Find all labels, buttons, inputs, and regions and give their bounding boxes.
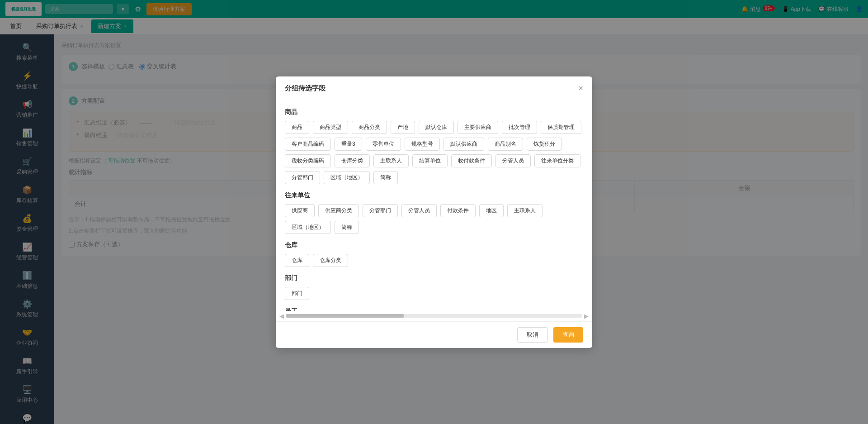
field-tag-refine-points[interactable]: 炼货积分 [527,138,562,151]
field-tag-goods-category[interactable]: 商品分类 [352,121,387,134]
field-tag-settlement-unit[interactable]: 结算单位 [412,154,448,167]
confirm-button[interactable]: 查询 [553,327,583,343]
section-title-dept: 部门 [285,274,583,282]
modal-body[interactable]: 商品 商品 商品类型 商品分类 产地 默认仓库 主要供应商 批次管理 保质期管理… [276,99,592,311]
field-tag-origin[interactable]: 产地 [391,121,415,134]
scroll-track [286,314,582,318]
field-tags-dept: 部门 [285,287,583,300]
scroll-left-arrow[interactable]: ◀ [279,313,284,319]
field-tag-dept[interactable]: 部门 [285,287,309,300]
field-tag-district[interactable]: 地区 [479,204,504,217]
field-tag-customer-code[interactable]: 客户商品编码 [285,138,331,151]
field-tag-tax-code[interactable]: 税收分类编码 [285,154,331,167]
field-tag-warehouse-category[interactable]: 仓库分类 [335,154,370,167]
modal-footer: 取消 查询 [276,321,592,348]
field-tag-dept-partner[interactable]: 分管部门 [363,204,398,217]
field-tag-retail-unit[interactable]: 零售单位 [366,138,401,151]
field-tag-batch-mgmt[interactable]: 批次管理 [502,121,537,134]
scroll-right-arrow[interactable]: ▶ [584,313,589,319]
field-tag-supervisor-partner[interactable]: 分管人员 [401,204,437,217]
field-tag-warehouse[interactable]: 仓库 [285,254,309,267]
modal-close-button[interactable]: × [578,84,583,93]
field-tags-warehouse: 仓库 仓库分类 [285,254,583,267]
field-tag-main-supplier[interactable]: 主要供应商 [458,121,498,134]
field-tag-region-partner[interactable]: 区域（地区） [285,221,331,234]
section-title-partner: 往来单位 [285,191,583,200]
field-tag-payment-cond[interactable]: 付款条件 [440,204,476,217]
field-tag-dept-mgmt[interactable]: 分管部门 [285,171,320,184]
field-tag-default-warehouse[interactable]: 默认仓库 [419,121,454,134]
field-tag-goods-type[interactable]: 商品类型 [313,121,348,134]
horizontal-scrollbar[interactable]: ◀ ▶ [276,311,592,321]
modal: 分组待选字段 × 商品 商品 商品类型 商品分类 产地 默认仓库 主要供应商 批… [276,76,592,348]
field-tag-goods[interactable]: 商品 [285,121,309,134]
field-tag-partner-category[interactable]: 往来单位分类 [534,154,580,167]
field-tag-supplier-category[interactable]: 供应商分类 [318,204,359,217]
field-tag-abbr-partner[interactable]: 简称 [335,221,359,234]
field-tag-goods-alias[interactable]: 商品别名 [488,138,523,151]
field-tag-payment-terms[interactable]: 收付款条件 [451,154,492,167]
cancel-button[interactable]: 取消 [517,327,548,343]
main-layout: 🔍 搜索菜单 ⚡ 快捷导航 📢 营销推广 📊 销售管理 🛒 采购管理 📦 库存核… [0,34,868,424]
field-tag-weight3[interactable]: 重量3 [335,138,362,151]
field-tag-supervisor[interactable]: 分管人员 [495,154,531,167]
field-tag-abbr-goods[interactable]: 简称 [373,171,398,184]
section-title-employee: 员工 [285,307,583,311]
field-tag-supplier[interactable]: 供应商 [285,204,315,217]
modal-title: 分组待选字段 [285,84,326,93]
section-title-goods: 商品 [285,108,583,116]
field-tag-spec-model[interactable]: 规格型号 [405,138,440,151]
field-tag-warehouse-type[interactable]: 仓库分类 [313,254,348,267]
field-tags-partner: 供应商 供应商分类 分管部门 分管人员 付款条件 地区 主联系人 区域（地区） … [285,204,583,234]
section-title-warehouse: 仓库 [285,241,583,249]
field-tag-main-contact-partner[interactable]: 主联系人 [507,204,542,217]
field-tag-shelf-life[interactable]: 保质期管理 [541,121,581,134]
modal-overlay: 分组待选字段 × 商品 商品 商品类型 商品分类 产地 默认仓库 主要供应商 批… [54,34,868,424]
scroll-thumb [286,314,404,318]
field-tag-default-supplier[interactable]: 默认供应商 [443,138,484,151]
field-tag-main-contact[interactable]: 主联系人 [373,154,409,167]
field-tags-goods: 商品 商品类型 商品分类 产地 默认仓库 主要供应商 批次管理 保质期管理 客户… [285,121,583,184]
content-area: 采购订单执行表方案设置 1 选择模板 汇总表 交叉统计表 [54,34,868,424]
modal-header: 分组待选字段 × [276,76,592,99]
field-tag-region-goods[interactable]: 区域（地区） [324,171,370,184]
